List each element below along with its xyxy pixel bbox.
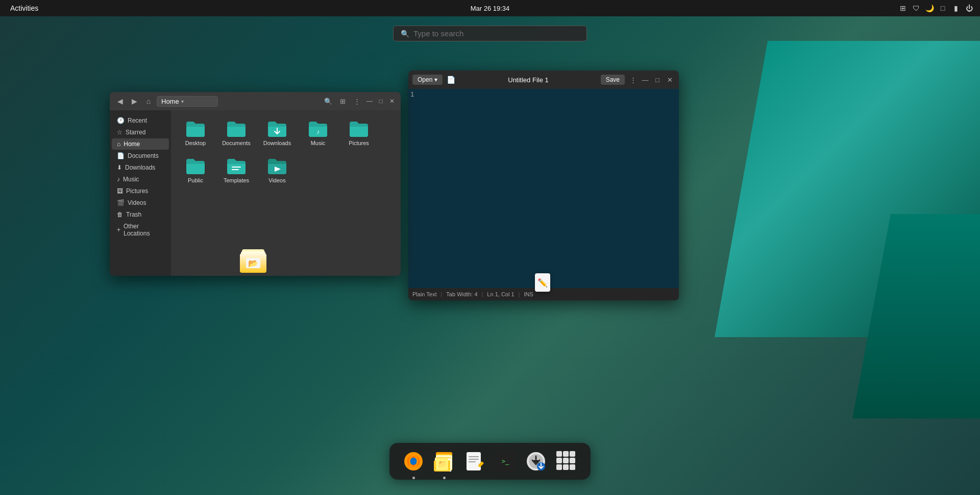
videos-icon: 🎬 — [117, 199, 125, 206]
terminal-icon: >_ — [495, 451, 516, 472]
fm-home-button[interactable]: ⌂ — [142, 95, 155, 107]
downloads-icon: ⬇ — [117, 164, 122, 171]
activities-button[interactable]: Activities — [6, 3, 42, 13]
te-menu-button[interactable]: ⋮ — [628, 75, 638, 85]
folder-documents-icon — [226, 120, 247, 138]
search-input[interactable] — [413, 29, 579, 38]
taskbar: 📁 >_ — [389, 443, 591, 480]
folder-downloads[interactable]: Downloads — [259, 116, 296, 150]
te-open-button[interactable]: Open ▾ — [412, 75, 443, 85]
fm-search-button[interactable]: 🔍 — [322, 95, 334, 107]
floating-fm-icon[interactable]: 📂 — [240, 249, 266, 276]
taskbar-appgrid[interactable] — [553, 447, 580, 475]
nightmode-icon[interactable]: 🌙 — [925, 4, 934, 13]
fm-folder-grid: Desktop Documents — [177, 116, 395, 187]
other-locations-icon: + — [117, 226, 120, 233]
documents-icon: 📄 — [117, 152, 125, 159]
folder-desktop[interactable]: Desktop — [177, 116, 214, 150]
sidebar-item-pictures-label: Pictures — [126, 187, 148, 195]
folder-public[interactable]: Public — [177, 154, 214, 187]
te-close-button[interactable]: ✕ — [665, 75, 675, 85]
svg-point-6 — [410, 458, 417, 465]
svg-rect-18 — [469, 461, 476, 462]
search-bar-container: 🔍 — [393, 26, 587, 41]
sidebar-item-recent[interactable]: 🕐 Recent — [112, 115, 169, 126]
home-icon: ⌂ — [117, 140, 120, 148]
sidebar-item-pictures[interactable]: 🖼 Pictures — [112, 185, 169, 197]
clock: Mar 26 19:34 — [471, 5, 510, 12]
shield-icon[interactable]: 🛡 — [912, 4, 921, 13]
sidebar-item-documents-label: Documents — [128, 152, 159, 159]
search-bar[interactable]: 🔍 — [393, 26, 587, 41]
floating-file-manager[interactable]: 📂 — [240, 249, 266, 276]
folder-documents-label: Documents — [222, 140, 251, 147]
folder-public-icon — [185, 157, 206, 175]
recent-icon: 🕐 — [117, 117, 125, 124]
svg-rect-17 — [469, 459, 479, 460]
sidebar-item-other-locations[interactable]: + Other Locations — [112, 221, 169, 239]
fm-breadcrumb[interactable]: Home ▾ — [157, 96, 218, 107]
te-save-button[interactable]: Save — [601, 75, 625, 85]
starred-icon: ☆ — [117, 129, 122, 136]
te-minimize-button[interactable]: — — [640, 75, 650, 85]
power-icon[interactable]: ⏻ — [965, 4, 974, 13]
fm-close-button[interactable]: ✕ — [387, 97, 397, 106]
taskbar-firefox[interactable] — [400, 447, 427, 475]
taskbar-settings[interactable] — [522, 447, 550, 475]
taskbar-text-editor[interactable] — [461, 447, 488, 475]
taskbar-terminal[interactable]: >_ — [492, 447, 519, 475]
sidebar-item-music[interactable]: ♪ Music — [112, 174, 169, 185]
fm-menu-button[interactable]: ⋮ — [351, 95, 363, 107]
download-manager-icon — [526, 451, 546, 472]
sidebar-item-trash-label: Trash — [126, 211, 141, 218]
fm-content: Desktop Documents — [171, 110, 401, 276]
folder-downloads-label: Downloads — [263, 140, 291, 147]
sidebar-item-videos[interactable]: 🎬 Videos — [112, 197, 169, 208]
te-window-buttons: ⋮ — □ ✕ — [628, 75, 675, 85]
sidebar-item-home[interactable]: ⌂ Home — [112, 138, 169, 150]
folder-videos-label: Videos — [268, 177, 285, 184]
text-editor-content[interactable]: 1 — [408, 89, 679, 288]
fm-maximize-button[interactable]: □ — [376, 97, 385, 106]
sidebar-item-trash[interactable]: 🗑 Trash — [112, 209, 169, 220]
folder-templates[interactable]: Templates — [218, 154, 255, 187]
te-maximize-button[interactable]: □ — [652, 75, 663, 85]
folder-downloads-icon — [267, 120, 287, 138]
fm-minimize-button[interactable]: — — [365, 97, 374, 106]
topbar-right-icons: ⊞ 🛡 🌙 □ ▮ ⏻ — [898, 4, 974, 13]
file-manager-titlebar: ◀ ▶ ⌂ Home ▾ 🔍 ⊞ ⋮ — □ ✕ — [110, 92, 401, 110]
firefox-icon — [403, 451, 424, 472]
firefox-active-dot — [412, 477, 415, 479]
folder-videos[interactable]: Videos — [259, 154, 296, 187]
fm-view-button[interactable]: ⊞ — [336, 95, 349, 107]
sidebar-item-documents[interactable]: 📄 Documents — [112, 150, 169, 161]
folder-videos-icon — [267, 157, 287, 175]
search-icon: 🔍 — [401, 30, 409, 38]
folder-pictures-label: Pictures — [349, 140, 369, 147]
svg-rect-16 — [469, 456, 479, 457]
taskbar-files[interactable]: 📁 — [430, 447, 458, 475]
fm-back-button[interactable]: ◀ — [114, 95, 126, 107]
te-status-tab-width: Tab Width: 4 — [446, 291, 477, 297]
battery-icon[interactable]: ▮ — [951, 4, 961, 13]
folder-desktop-label: Desktop — [185, 140, 206, 147]
te-status-text-type: Plain Text — [412, 291, 437, 297]
window-icon[interactable]: □ — [938, 4, 947, 13]
folder-music[interactable]: ♪ Music — [300, 116, 336, 150]
sidebar-item-downloads[interactable]: ⬇ Downloads — [112, 162, 169, 173]
network-icon[interactable]: ⊞ — [898, 4, 908, 13]
folder-documents[interactable]: Documents — [218, 116, 255, 150]
folder-desktop-icon — [185, 120, 206, 138]
svg-rect-1 — [232, 167, 241, 168]
sidebar-item-music-label: Music — [123, 176, 139, 183]
te-status-mode: INS — [524, 291, 533, 297]
sidebar-item-starred[interactable]: ☆ Starred — [112, 127, 169, 138]
text-editor-icon — [464, 451, 485, 472]
te-doc-button[interactable]: 📄 — [446, 75, 456, 85]
files-icon: 📁 — [434, 451, 454, 472]
fm-forward-button[interactable]: ▶ — [128, 95, 140, 107]
te-floating-icon: ✏️ — [535, 273, 550, 292]
fm-sidebar: 🕐 Recent ☆ Starred ⌂ Home 📄 Documents ⬇ … — [110, 110, 171, 276]
folder-pictures[interactable]: Pictures — [340, 116, 377, 150]
line-number: 1 — [410, 91, 414, 98]
